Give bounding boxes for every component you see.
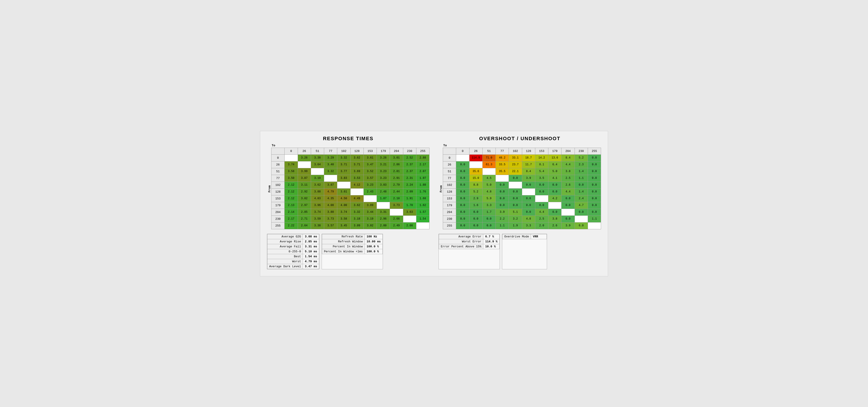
heatmap-cell: 3.74 (285, 161, 298, 168)
heatmap-cell: 0.0 (575, 182, 588, 188)
table-row: 1792.132.973.964.084.003.623.893.731.701… (272, 202, 430, 209)
heatmap-cell: 1.57 (416, 209, 429, 216)
heatmap-cell: 1.4 (575, 188, 588, 195)
table-row: Best 1.54 ms (268, 254, 319, 259)
heatmap-cell: 1.88 (416, 182, 429, 188)
worst-value: 4.79 ms (303, 259, 319, 264)
heatmap-cell: 2.10 (390, 195, 403, 202)
heatmap-cell: 0.0 (561, 202, 575, 209)
heatmap-cell: 0.0 (588, 161, 601, 168)
row-header: 77 (272, 175, 285, 182)
heatmap-cell (285, 154, 298, 161)
table-row: Average G2G 3.08 ms (268, 234, 319, 239)
heatmap-cell: 3.59 (311, 216, 324, 222)
response-times-title: RESPONSE TIMES (267, 136, 430, 142)
heatmap-cell: 0.0 (535, 202, 548, 209)
worst-error-label: Worst Error (439, 239, 483, 244)
heatmap-cell: 4.08 (324, 202, 337, 209)
heatmap-cell (469, 161, 483, 168)
heatmap-cell: 1.91 (403, 195, 416, 202)
table-row: 770.015.04.50.03.93.54.12.51.10.0 (443, 175, 601, 182)
heatmap-cell (575, 216, 588, 222)
col-header (443, 148, 456, 154)
col-header: 128 (522, 148, 535, 154)
row-header: 230 (443, 216, 456, 222)
heatmap-cell: 3.88 (311, 188, 324, 195)
heatmap-cell: 3.26 (298, 154, 311, 161)
heatmap-cell: 3.73 (324, 216, 337, 222)
col-header: 0 (456, 148, 469, 154)
avg-g2g-value: 3.08 ms (303, 234, 319, 239)
heatmap-cell: 22.1 (509, 168, 522, 175)
heatmap-cell: 5.2 (469, 188, 483, 195)
heatmap-cell (377, 202, 390, 209)
heatmap-cell: 2.3 (575, 161, 588, 168)
heatmap-cell (324, 175, 337, 182)
heatmap-cell: 0.0 (469, 216, 483, 222)
table-row: Error Percent Above 15% 10.0 % (439, 244, 500, 249)
col-header: 255 (416, 148, 429, 154)
table-row: Worst 4.79 ms (268, 259, 319, 264)
row-header: 230 (272, 216, 285, 222)
heatmap-cell: 0.0 (588, 195, 601, 202)
heatmap-cell: 1.97 (416, 175, 429, 182)
col-header: 128 (350, 148, 364, 154)
heatmap-cell: 0.0 (588, 202, 601, 209)
table-row: 513.583.993.323.773.693.523.232.812.372.… (272, 168, 430, 175)
row-header: 0 (272, 154, 285, 161)
col-header: 153 (535, 148, 548, 154)
refresh-rate-value: 100 Hz (365, 234, 382, 239)
heatmap-cell: 3.61 (364, 154, 377, 161)
heatmap-cell: 3.63 (403, 209, 416, 216)
overshoot-to-label: To (443, 144, 601, 147)
heatmap-cell: 3.23 (377, 175, 390, 182)
heatmap-cell: 3.88 (324, 209, 337, 216)
main-container: RESPONSE TIMES From To 02651771021281531… (260, 131, 608, 276)
heatmap-cell: 0.0 (456, 188, 469, 195)
heatmap-cell: 35.6 (469, 168, 483, 175)
heatmap-cell: 4.1 (548, 175, 561, 182)
heatmap-cell: 4.2 (548, 195, 561, 202)
row-header: 179 (443, 202, 456, 209)
heatmap-cell: 3.19 (364, 216, 377, 222)
col-header: 77 (496, 148, 509, 154)
heatmap-cell: 0.0 (456, 182, 469, 188)
heatmap-cell: 3.62 (311, 182, 324, 188)
heatmap-cell: 3.23 (364, 182, 377, 188)
heatmap-cell: 4.79 (324, 188, 337, 195)
row-header: 102 (272, 182, 285, 188)
table-row: 1790.01.63.30.00.00.00.00.04.70.0 (443, 202, 601, 209)
os-left-stats: Average Error 6.7 % Worst Error 114.9 % … (438, 234, 500, 269)
heatmap-cell: 2.14 (285, 209, 298, 216)
heatmap-cell: 4.35 (324, 195, 337, 202)
heatmap-cell (298, 161, 311, 168)
heatmap-cell (416, 222, 429, 229)
heatmap-cell: 5.2 (575, 154, 588, 161)
heatmap-cell: 0.0 (535, 182, 548, 188)
heatmap-cell (535, 195, 548, 202)
rt-refresh-stats: Refresh Rate 100 Hz Refresh Window 10.00… (322, 234, 383, 269)
heatmap-cell: 3.9 (496, 209, 509, 216)
heatmap-cell: 2.6 (548, 222, 561, 229)
avg-fall-label: Average Fall (268, 244, 303, 249)
heatmap-cell: 2.81 (390, 168, 403, 175)
heatmap-cell: 2.96 (377, 216, 390, 222)
table-row: Average Dark Level 3.47 ms (268, 264, 319, 269)
heatmap-cell: 0.0 (496, 188, 509, 195)
heatmap-cell: 0.0 (509, 175, 522, 182)
heatmap-cell: 0.0 (588, 188, 601, 195)
heatmap-cell: 3.50 (285, 175, 298, 182)
heatmap-cell: 2.12 (285, 188, 298, 195)
heatmap-cell: 5.0 (548, 168, 561, 175)
table-row: 0114.971.048.233.118.714.213.68.45.20.0 (443, 154, 601, 161)
os-overdrive-stats: Overdrive Mode VRR (502, 234, 547, 269)
heatmap-cell: 0.0 (548, 182, 561, 188)
row-header: 255 (272, 222, 285, 229)
heatmap-cell: 0.0 (496, 195, 509, 202)
heatmap-cell: 2.4 (575, 195, 588, 202)
row-header: 204 (443, 209, 456, 216)
col-header: 102 (337, 148, 350, 154)
heatmap-cell: 61.3 (483, 161, 495, 168)
heatmap-cell: 1.68 (416, 195, 429, 202)
heatmap-cell: 2.5 (535, 216, 548, 222)
